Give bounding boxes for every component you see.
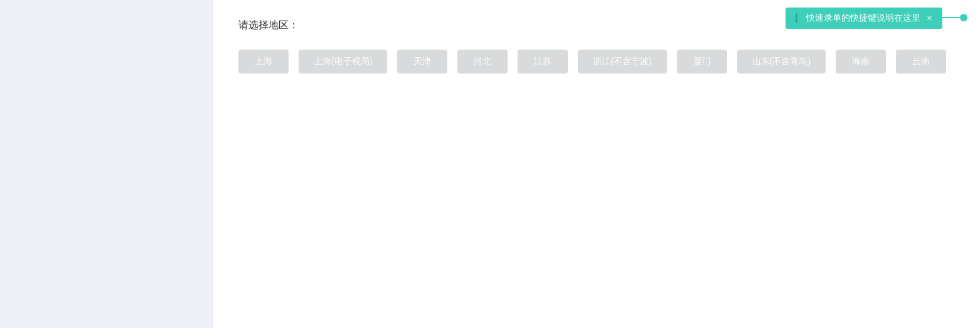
region-button-yunnan[interactable]: 云南 bbox=[896, 50, 946, 74]
region-button-jiangsu[interactable]: 江苏 bbox=[518, 50, 568, 74]
region-buttons-container: 上海上海(电子税局)天津河北江苏浙江(不含宁波)厦门山东(不含青岛)海南云南 bbox=[238, 50, 955, 74]
tooltip-connector-dot bbox=[960, 14, 967, 21]
tooltip-close-button[interactable]: × bbox=[927, 13, 932, 23]
region-button-shanghai-etax[interactable]: 上海(电子税局) bbox=[299, 50, 387, 74]
tooltip-banner: 快速录单的快捷键说明在这里 × bbox=[786, 8, 942, 29]
region-button-tianjin[interactable]: 天津 bbox=[397, 50, 447, 74]
tooltip-connector-line bbox=[941, 17, 960, 18]
region-button-zhejiang[interactable]: 浙江(不含宁波) bbox=[578, 50, 666, 74]
region-button-shanghai[interactable]: 上海 bbox=[238, 50, 289, 74]
main-content: 请选择地区： 上海上海(电子税局)天津河北江苏浙江(不含宁波)厦门山东(不含青岛… bbox=[213, 0, 980, 328]
region-button-shandong[interactable]: 山东(不含青岛) bbox=[737, 50, 826, 74]
region-button-xiamen[interactable]: 厦门 bbox=[677, 50, 727, 74]
region-button-hebei[interactable]: 河北 bbox=[457, 50, 508, 74]
sidebar bbox=[0, 0, 213, 328]
region-button-hainan[interactable]: 海南 bbox=[836, 50, 886, 74]
tooltip-text: 快速录单的快捷键说明在这里 bbox=[806, 13, 920, 24]
